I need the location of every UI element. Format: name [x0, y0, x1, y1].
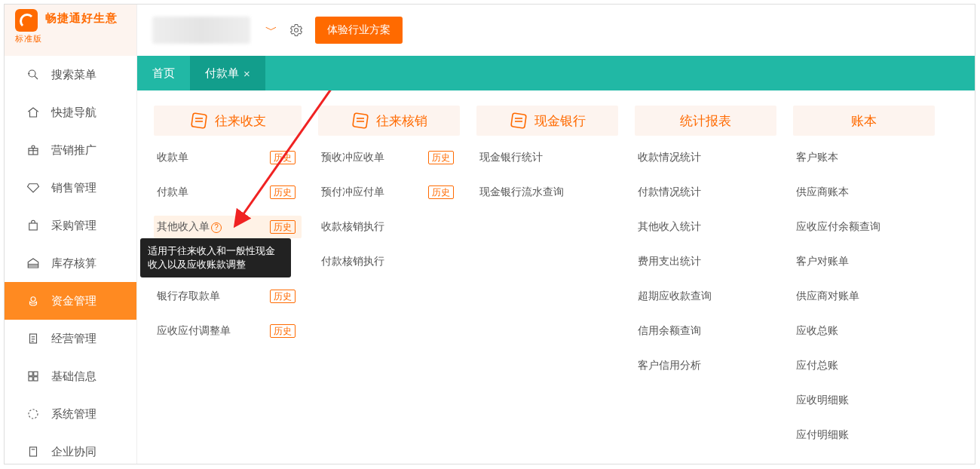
entry-label: 收款情况统计: [638, 151, 701, 164]
entry-3-1[interactable]: 付款情况统计: [635, 181, 776, 204]
bag-icon: [26, 218, 41, 233]
entry-4-3[interactable]: 客户对账单: [793, 250, 935, 273]
diamond-icon: [26, 180, 41, 195]
history-tag[interactable]: 历史: [270, 290, 296, 303]
entry-label: 现金银行流水查询: [479, 185, 564, 199]
entry-label: 付款核销执行: [321, 255, 384, 268]
chevron-down-icon[interactable]: ﹀: [265, 23, 277, 38]
sidebar-item-label: 系统管理: [51, 407, 96, 421]
history-tag[interactable]: 历史: [428, 151, 454, 164]
entry-label: 应收明细账: [796, 394, 849, 407]
group-header-icon: [351, 111, 370, 130]
sidebar-item-clipboard[interactable]: 经营管理: [5, 320, 136, 357]
history-tag[interactable]: 历史: [428, 185, 454, 199]
sidebar-item-label: 企业协同: [51, 445, 96, 459]
group-header: 往来收支: [154, 106, 302, 136]
history-tag[interactable]: 历史: [270, 324, 296, 338]
settings-icon: [26, 406, 41, 421]
entry-label: 收款核销执行: [321, 220, 384, 234]
svg-line-2: [35, 76, 38, 79]
entry-3-0[interactable]: 收款情况统计: [635, 146, 776, 169]
entry-4-4[interactable]: 供应商对账单: [793, 285, 935, 308]
brand-name: 畅捷通好生意: [45, 11, 118, 26]
entry-4-2[interactable]: 应收应付余额查询: [793, 216, 935, 238]
group-title: 账本: [851, 112, 877, 130]
grid-icon: [26, 369, 41, 384]
entry-4-5[interactable]: 应收总账: [793, 320, 935, 342]
help-icon[interactable]: ?: [211, 222, 222, 233]
svg-point-0: [295, 29, 299, 32]
group-title: 往来核销: [376, 112, 427, 130]
sidebar-item-grid[interactable]: 基础信息: [5, 357, 136, 395]
entry-3-4[interactable]: 超期应收款查询: [635, 285, 776, 308]
sidebar-item-collab[interactable]: 企业协同: [5, 433, 136, 469]
entry-3-6[interactable]: 客户信用分析: [635, 354, 776, 377]
sidebar-item-search[interactable]: 搜索菜单: [5, 56, 136, 93]
entry-4-1[interactable]: 供应商账本: [793, 181, 935, 204]
entry-4-8[interactable]: 应付明细账: [793, 424, 935, 446]
svg-rect-16: [34, 372, 38, 376]
gear-icon[interactable]: [288, 22, 305, 38]
entry-label: 应收应付调整单: [157, 324, 231, 338]
group-2: 现金银行现金银行统计现金银行流水查询: [476, 106, 618, 446]
entry-1-0[interactable]: 预收冲应收单历史: [318, 146, 460, 169]
group-title: 统计报表: [680, 112, 731, 130]
entry-label: 预收冲应收单: [321, 151, 384, 164]
sidebar-item-label: 基础信息: [51, 369, 96, 384]
entry-label: 应收应付余额查询: [796, 220, 880, 234]
entry-4-7[interactable]: 应收明细账: [793, 389, 935, 412]
sidebar-item-label: 资金管理: [51, 294, 96, 308]
entry-4-6[interactable]: 应付总账: [793, 354, 935, 377]
entry-2-0[interactable]: 现金银行统计: [476, 146, 618, 169]
brand-edition: 标准版: [15, 33, 129, 44]
svg-rect-25: [353, 113, 368, 128]
org-selector-blurred[interactable]: [152, 17, 250, 44]
group-header: 账本: [793, 106, 935, 136]
sidebar-item-warehouse[interactable]: 库存核算: [5, 244, 136, 282]
group-1: 往来核销预收冲应收单历史预付冲应付单历史收款核销执行付款核销执行: [318, 106, 460, 446]
sidebar-item-money[interactable]: 资金管理: [5, 282, 136, 320]
entry-0-1[interactable]: 付款单历史: [154, 181, 302, 204]
entry-2-1[interactable]: 现金银行流水查询: [476, 181, 618, 204]
entry-3-3[interactable]: 费用支出统计: [635, 250, 776, 273]
entry-label: 付款单: [157, 185, 188, 199]
tab-1[interactable]: 付款单×: [190, 56, 265, 90]
entry-1-1[interactable]: 预付冲应付单历史: [318, 181, 460, 204]
history-tag[interactable]: 历史: [270, 151, 296, 164]
entry-1-2[interactable]: 收款核销执行: [318, 216, 460, 238]
history-tag[interactable]: 历史: [270, 185, 296, 199]
sidebar: 搜索菜单快捷导航营销推广销售管理采购管理库存核算资金管理经营管理基础信息系统管理…: [5, 56, 137, 464]
group-header: 往来核销: [318, 106, 460, 136]
close-icon[interactable]: ×: [243, 67, 250, 80]
svg-rect-7: [29, 223, 38, 230]
sidebar-item-gift[interactable]: 营销推广: [5, 131, 136, 169]
money-icon: [26, 293, 41, 308]
entry-label: 客户信用分析: [638, 359, 701, 372]
sidebar-item-bag[interactable]: 采购管理: [5, 207, 136, 244]
experience-button[interactable]: 体验行业方案: [315, 17, 403, 44]
entry-0-4[interactable]: 银行存取款单历史: [154, 285, 302, 308]
entry-0-5[interactable]: 应收应付调整单历史: [154, 320, 302, 342]
entry-label: 其他收入单?: [157, 220, 222, 234]
entry-0-0[interactable]: 收款单历史: [154, 146, 302, 169]
tab-bar: 首页付款单×: [137, 56, 975, 90]
search-icon: [26, 67, 41, 82]
entry-label: 费用支出统计: [638, 255, 701, 268]
sidebar-item-home[interactable]: 快捷导航: [5, 93, 136, 131]
sidebar-item-diamond[interactable]: 销售管理: [5, 169, 136, 207]
group-header-icon: [189, 111, 209, 130]
svg-rect-28: [511, 113, 526, 128]
tab-0[interactable]: 首页: [137, 56, 190, 90]
entry-4-0[interactable]: 客户账本: [793, 146, 935, 169]
entry-label: 信用余额查询: [638, 324, 701, 338]
sidebar-item-settings[interactable]: 系统管理: [5, 395, 136, 433]
svg-rect-18: [34, 377, 38, 381]
svg-rect-15: [29, 372, 32, 376]
history-tag[interactable]: 历史: [270, 220, 296, 234]
entry-label: 预付冲应付单: [321, 185, 384, 199]
clipboard-icon: [26, 331, 41, 346]
sidebar-item-label: 快捷导航: [51, 106, 96, 120]
entry-3-2[interactable]: 其他收入统计: [635, 216, 776, 238]
entry-1-3[interactable]: 付款核销执行: [318, 250, 460, 273]
entry-3-5[interactable]: 信用余额查询: [635, 320, 776, 342]
